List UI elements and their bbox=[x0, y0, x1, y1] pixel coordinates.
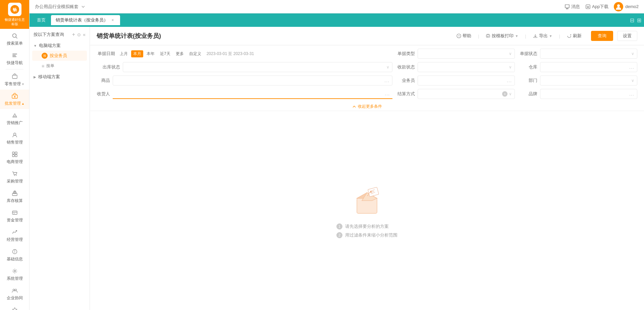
help-btn[interactable]: ? 帮助 bbox=[454, 32, 474, 40]
refresh-btn[interactable]: 刷新 bbox=[564, 32, 584, 40]
user-area[interactable]: demo2 bbox=[614, 2, 639, 11]
consignee-dots[interactable]: … bbox=[384, 91, 390, 97]
salesperson-scheme-label: 按业务员 bbox=[50, 53, 67, 59]
receiptstatus-control[interactable]: ∨ bbox=[418, 62, 515, 72]
date-tab-thisyear[interactable]: 本年 bbox=[145, 50, 157, 57]
goods-control[interactable]: … bbox=[113, 75, 392, 86]
brand-control[interactable]: … bbox=[540, 89, 637, 99]
retail-icon bbox=[11, 73, 18, 80]
template-print-btn[interactable]: 按模板打印 ▼ bbox=[483, 32, 521, 40]
collab-icon bbox=[11, 287, 18, 294]
sidebar-search-label: 搜索菜单 bbox=[7, 41, 23, 46]
msg-btn[interactable]: 消息 bbox=[565, 4, 580, 10]
tab-collapse-btn[interactable]: ⊟ bbox=[630, 17, 634, 23]
setting-btn[interactable]: 设置 bbox=[617, 31, 637, 41]
salesperson-dots[interactable]: … bbox=[506, 78, 512, 84]
edit-scheme-btn[interactable]: ⊙ bbox=[77, 32, 81, 37]
app-download-btn[interactable]: App下载 bbox=[585, 4, 608, 10]
svg-text:畅: 畅 bbox=[13, 7, 17, 12]
date-tab-more[interactable]: 更多 bbox=[174, 50, 186, 57]
content-wrapper: 按以下方案查询 + ⊙ « ▼ 电脑端方案 按 按业务员 ≡ 按 bbox=[30, 27, 644, 310]
divider-3: | bbox=[525, 34, 526, 39]
sidebar-item-search[interactable]: 搜索菜单 bbox=[0, 29, 29, 49]
scheme-item-salesperson[interactable]: 按 按业务员 bbox=[32, 51, 87, 61]
date-tab-7days[interactable]: 近7天 bbox=[158, 50, 172, 57]
tip-num-2: 2 bbox=[336, 232, 342, 238]
top-header-dropdown[interactable] bbox=[81, 5, 85, 9]
print-dropdown-icon: ▼ bbox=[515, 34, 518, 38]
filter-department: 部门 ∨ bbox=[519, 75, 637, 86]
sidebar-item-retail[interactable]: 零售管理 ▼ bbox=[0, 70, 29, 90]
sidebar-item-quicknav[interactable]: 快捷导航 bbox=[0, 49, 29, 68]
svg-rect-7 bbox=[12, 75, 17, 79]
scheme-group-pc-title[interactable]: ▼ 电脑端方案 bbox=[30, 41, 90, 50]
brand-label: 品牌 bbox=[519, 91, 537, 97]
refresh-label: 刷新 bbox=[573, 33, 582, 39]
salesperson-control[interactable]: … bbox=[418, 75, 515, 86]
scheme-group-mobile[interactable]: ▶ 移动端方案 bbox=[30, 72, 90, 82]
tab-home[interactable]: 首页 bbox=[32, 15, 50, 25]
outstatus-control[interactable]: ∨ bbox=[123, 62, 392, 72]
scheme-sub-item-order[interactable]: ≡ 按单 bbox=[30, 61, 90, 71]
sidebar-item-wholesale[interactable]: 批发管理 ▲ bbox=[0, 90, 29, 109]
date-tabs: 上月 本月 本年 近7天 更多 自定义 bbox=[118, 50, 203, 57]
docstatus-chevron: ∨ bbox=[631, 51, 634, 56]
sidebar-item-marketing[interactable]: 营销推广 bbox=[0, 109, 29, 128]
svg-rect-13 bbox=[12, 152, 14, 154]
settlement-control[interactable]: × ∨ bbox=[418, 89, 515, 99]
goods-dots[interactable]: … bbox=[384, 78, 389, 84]
filter-row-1: 单据日期 上月 本月 本年 近7天 更多 自定义 20 bbox=[97, 49, 637, 59]
collapse-bar[interactable]: 收起更多条件 bbox=[97, 102, 637, 111]
date-tab-custom[interactable]: 自定义 bbox=[187, 50, 203, 57]
settlement-tag-close[interactable]: × bbox=[502, 91, 507, 97]
sidebar-item-operation[interactable]: 经营管理 bbox=[0, 226, 29, 245]
sidebar-item-inventory[interactable]: 库存核算 bbox=[0, 187, 29, 206]
sidebar-item-system[interactable]: 系统管理 bbox=[0, 265, 29, 284]
tab-close-btn[interactable]: × bbox=[110, 17, 115, 23]
sidebar-item-collab[interactable]: 企业协同 bbox=[0, 284, 29, 304]
department-chevron: ∨ bbox=[631, 78, 634, 83]
sidebar-item-basic[interactable]: 基础信息 bbox=[0, 245, 29, 265]
consignee-control[interactable]: … bbox=[113, 89, 392, 99]
sidebar-item-ecommerce[interactable]: 电商管理 bbox=[0, 148, 29, 167]
collapse-panel-btn[interactable]: « bbox=[83, 32, 86, 37]
sidebar-item-finance[interactable]: 资金管理 bbox=[0, 206, 29, 226]
department-control[interactable]: ∨ bbox=[540, 75, 637, 86]
purchase-label: 采购管理 bbox=[7, 178, 23, 184]
brand-dots[interactable]: … bbox=[629, 91, 634, 97]
date-tab-thismonth[interactable]: 本月 bbox=[131, 50, 143, 57]
date-wrapper: 上月 本月 本年 近7天 更多 自定义 2023-03-01 至 2023-03… bbox=[118, 50, 392, 57]
collapse-label: 收起更多条件 bbox=[358, 104, 382, 109]
warehouse-control[interactable]: … bbox=[540, 62, 637, 72]
basic-icon bbox=[11, 248, 18, 255]
receiptstatus-label: 收款状态 bbox=[396, 64, 415, 70]
page-title: 销货单统计表(按业务员) bbox=[97, 32, 161, 44]
inventory-icon bbox=[11, 190, 18, 197]
query-btn[interactable]: 查询 bbox=[591, 31, 613, 41]
date-tab-lastmonth[interactable]: 上月 bbox=[118, 50, 130, 57]
tab-expand-btn[interactable]: ⊞ bbox=[637, 17, 641, 23]
filter-settlement: 结算方式 × ∨ bbox=[396, 89, 515, 99]
date-label: 单据日期 bbox=[97, 51, 115, 57]
docstatus-control[interactable]: ∨ bbox=[540, 49, 637, 59]
logo-btn[interactable]: 畅 畅捷通好生意 标版 bbox=[0, 0, 29, 29]
inventory-label: 库存核算 bbox=[7, 198, 23, 204]
system-label: 系统管理 bbox=[7, 276, 23, 281]
sidebar-item-sales[interactable]: 销售管理 bbox=[0, 128, 29, 148]
sidebar-item-purchase[interactable]: 采购管理 bbox=[0, 167, 29, 187]
warehouse-dots[interactable]: … bbox=[629, 64, 634, 70]
tab-home-label: 首页 bbox=[37, 17, 46, 23]
left-panel-header: 按以下方案查询 + ⊙ « bbox=[30, 30, 90, 40]
mobile-arrow: ▶ bbox=[34, 75, 36, 79]
sidebar-item-guide[interactable]: 新手引导 bbox=[0, 304, 29, 310]
top-header-right: 消息 App下载 demo2 bbox=[565, 2, 639, 11]
export-btn[interactable]: 导出 ▼ bbox=[530, 32, 555, 40]
page-header: 销货单统计表(按业务员) ? 帮助 | 按模板打印 ▼ | bbox=[90, 27, 644, 45]
purchase-icon bbox=[11, 170, 18, 177]
tab-active[interactable]: 销货单统计表（按业务员） × bbox=[51, 15, 120, 25]
add-scheme-btn[interactable]: + bbox=[72, 32, 75, 38]
doctype-control[interactable]: ∨ bbox=[418, 49, 515, 59]
retail-arrow: ▼ bbox=[21, 83, 24, 86]
settlement-chevron: ∨ bbox=[509, 92, 512, 96]
logo-text: 畅捷通好生意 标版 bbox=[5, 17, 25, 26]
